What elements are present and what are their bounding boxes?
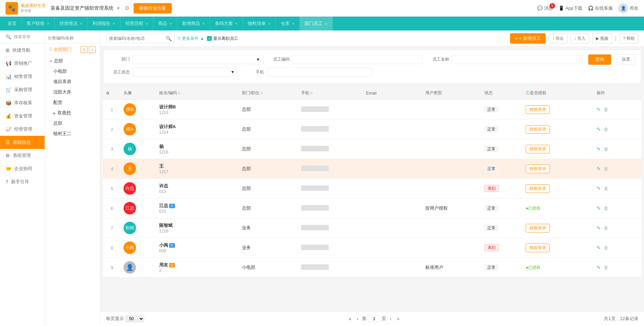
- tab-bom[interactable]: 物料清单 ✕: [243, 17, 276, 30]
- sidebar-item-sales[interactable]: 📊 销售管理: [0, 70, 45, 83]
- view-button[interactable]: ▶ 视频: [592, 34, 612, 44]
- close-employees-tab[interactable]: ✕: [325, 22, 327, 26]
- page-input[interactable]: [368, 315, 380, 322]
- th-phone[interactable]: 手机 ⇅: [298, 87, 363, 100]
- auth-login-btn[interactable]: 授权登录: [526, 145, 550, 153]
- delete-icon[interactable]: 🗑: [604, 245, 608, 250]
- tab-goods[interactable]: 商品 ✕: [153, 17, 177, 30]
- app-download-button[interactable]: 📱 App下载: [559, 5, 582, 11]
- auth-login-btn[interactable]: 授权登录: [526, 244, 550, 252]
- sidebar-item-marketing[interactable]: 📢 营销推广: [0, 57, 45, 70]
- import-button[interactable]: ↓ 导入: [570, 34, 589, 44]
- sidebar-item-quicknav[interactable]: ⊞ 快捷导航: [0, 44, 45, 57]
- th-dept[interactable]: 部门/职位 ⇅: [239, 87, 298, 100]
- edit-icon[interactable]: ✎: [597, 186, 601, 191]
- emp-code-input[interactable]: [292, 55, 423, 64]
- auth-login-btn[interactable]: 授权登录: [526, 165, 550, 173]
- prev-page-btn[interactable]: ‹: [355, 315, 361, 322]
- auth-login-btn[interactable]: 授权登录: [526, 224, 550, 232]
- query-button[interactable]: 查询: [588, 54, 611, 65]
- edit-icon[interactable]: ✎: [597, 205, 601, 211]
- export-button[interactable]: ↑ 导出: [548, 34, 568, 44]
- close-barcode-tab[interactable]: ✕: [235, 22, 238, 26]
- customer-service-button[interactable]: 🎧 在线客服: [588, 5, 613, 11]
- gear-button[interactable]: ⚙: [123, 3, 131, 13]
- dept-edit-btn[interactable]: ✎: [81, 46, 88, 53]
- delete-icon[interactable]: 🗑: [604, 186, 608, 191]
- close-customer-tab[interactable]: ✕: [47, 22, 49, 26]
- close-add-goods-tab[interactable]: ✕: [202, 22, 205, 26]
- sidebar-item-collab[interactable]: 🤝 企业协同: [0, 162, 45, 175]
- reset-button[interactable]: 设置: [617, 54, 635, 65]
- dept-item-project[interactable]: 项目库房: [45, 77, 100, 87]
- tab-add-goods[interactable]: 新增商品 ✕: [177, 17, 210, 30]
- close-warehouse-tab[interactable]: ✕: [292, 22, 294, 26]
- dept-select[interactable]: ▼: [133, 55, 263, 64]
- user-menu[interactable]: 👤 用友: [618, 3, 638, 13]
- search-input[interactable]: [109, 36, 164, 41]
- tab-warehouse[interactable]: 仓库 ✕: [276, 17, 300, 30]
- edit-icon[interactable]: ✎: [597, 245, 601, 250]
- first-page-btn[interactable]: «: [347, 315, 354, 322]
- close-goods-tab[interactable]: ✕: [169, 22, 172, 26]
- phone-input[interactable]: [267, 68, 372, 77]
- auth-info-icon[interactable]: ①: [526, 90, 530, 95]
- more-conditions-btn[interactable]: ▽ 更多条件 ▲: [178, 36, 204, 42]
- show-resigned-checkbox[interactable]: ✓ 显示离职员工: [207, 36, 238, 42]
- trial-button[interactable]: 体验行业方案: [134, 3, 172, 14]
- dept-item-zhicunwang[interactable]: 植村王二: [45, 129, 100, 139]
- tab-barcode[interactable]: 条码方案 ✕: [210, 17, 243, 30]
- emp-name-input[interactable]: [452, 55, 583, 64]
- search-input-wrapper[interactable]: 🔍: [106, 34, 175, 43]
- search-icon-btn[interactable]: 🔍: [166, 36, 172, 41]
- close-history-tab[interactable]: ✕: [145, 22, 148, 26]
- sidebar-item-guide[interactable]: ? 新手引导: [0, 175, 45, 188]
- th-name[interactable]: 姓名/编码 ⇅: [156, 87, 239, 100]
- auth-login-btn[interactable]: 授权登录: [526, 125, 550, 134]
- add-employee-button[interactable]: + + 新增员工: [510, 33, 546, 44]
- dept-item-zongbu[interactable]: 总部: [45, 118, 100, 129]
- sidebar-item-operations[interactable]: 📈 经营管理: [0, 123, 45, 136]
- sidebar-item-inventory[interactable]: 📦 库存核算: [0, 96, 45, 109]
- system-dropdown-icon[interactable]: ▼: [116, 6, 120, 11]
- delete-icon[interactable]: 🗑: [604, 166, 608, 171]
- sidebar-item-system[interactable]: ⚙ 系统管理: [0, 149, 45, 162]
- messages-button[interactable]: 💬 消息 5: [537, 5, 553, 11]
- tab-employees[interactable]: 部门员工 ✕: [300, 17, 333, 30]
- close-profit-tab[interactable]: ✕: [112, 22, 115, 26]
- auth-login-btn[interactable]: 授权登录: [526, 184, 550, 193]
- last-page-btn[interactable]: »: [395, 315, 402, 322]
- delete-icon[interactable]: 🗑: [604, 265, 608, 270]
- sidebar-item-finance[interactable]: 💰 资金管理: [0, 109, 45, 123]
- close-bom-tab[interactable]: ✕: [268, 22, 271, 26]
- dept-collapse-btn[interactable]: «: [89, 46, 96, 53]
- sidebar-item-basic-info[interactable]: ☰ 基础信息: [0, 136, 45, 149]
- dept-item-shuanglu[interactable]: ▶ 双鹿想: [45, 108, 100, 118]
- dept-item-peihuo[interactable]: 配货: [45, 97, 100, 108]
- dept-search-input[interactable]: [48, 36, 100, 41]
- edit-icon[interactable]: ✎: [597, 126, 601, 132]
- dept-item-zongbu-group[interactable]: ▼ 总部: [45, 56, 100, 66]
- edit-icon[interactable]: ✎: [597, 146, 601, 152]
- tab-operations[interactable]: 经营情况 ✕: [55, 17, 88, 30]
- tab-profit[interactable]: 利润报告 ✕: [88, 17, 120, 30]
- edit-icon[interactable]: ✎: [597, 265, 601, 270]
- next-page-btn[interactable]: ›: [388, 315, 393, 322]
- delete-icon[interactable]: 🗑: [604, 205, 608, 211]
- delete-icon[interactable]: 🗑: [604, 107, 608, 112]
- tab-customer[interactable]: 客户联络 ✕: [22, 17, 55, 30]
- th-settings[interactable]: ⚙: [103, 87, 121, 100]
- dept-item-xiaodian[interactable]: 小电部: [45, 66, 100, 77]
- delete-icon[interactable]: 🗑: [604, 146, 608, 152]
- close-operations-tab[interactable]: ✕: [80, 22, 82, 26]
- delete-icon[interactable]: 🗑: [604, 225, 608, 231]
- sidebar-search[interactable]: 🔍 搜索菜单: [0, 30, 45, 44]
- tab-history[interactable]: 经营历程 ✕: [120, 17, 153, 30]
- tab-home[interactable]: 首页: [3, 17, 22, 30]
- emp-status-select[interactable]: ▼: [133, 68, 238, 77]
- auth-login-btn[interactable]: 授权登录: [526, 105, 550, 114]
- sidebar-item-purchase[interactable]: 🛒 采购管理: [0, 83, 45, 96]
- page-size-select[interactable]: 50 20 100: [125, 315, 144, 323]
- edit-icon[interactable]: ✎: [597, 107, 601, 112]
- edit-icon[interactable]: ✎: [597, 225, 601, 231]
